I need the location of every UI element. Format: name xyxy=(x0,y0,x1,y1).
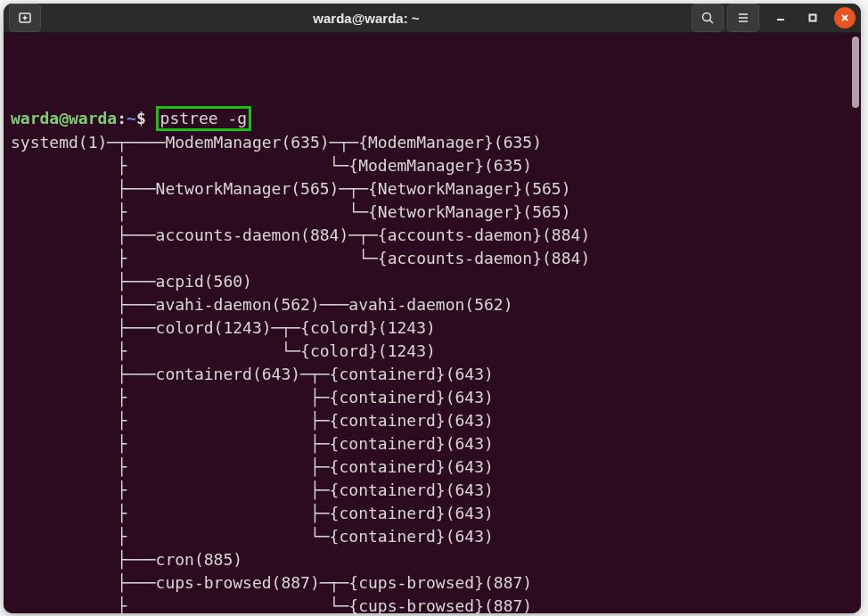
svg-line-4 xyxy=(709,21,713,24)
prompt-path: ~ xyxy=(127,109,136,127)
hamburger-icon xyxy=(736,11,750,25)
search-button[interactable] xyxy=(692,4,724,32)
window-title: warda@warda: ~ xyxy=(313,11,419,26)
menu-button[interactable] xyxy=(727,4,759,32)
command-text: pstree -g xyxy=(160,109,248,127)
close-button[interactable] xyxy=(834,7,856,29)
maximize-button[interactable] xyxy=(802,7,823,29)
new-tab-icon xyxy=(18,11,32,25)
command-highlight: pstree -g xyxy=(156,106,252,131)
close-icon xyxy=(839,12,850,23)
prompt-sep: : xyxy=(117,109,127,127)
scrollbar-thumb[interactable] xyxy=(852,37,859,108)
search-icon xyxy=(700,11,715,25)
titlebar: warda@warda: ~ xyxy=(4,4,861,33)
maximize-icon xyxy=(807,12,818,23)
new-tab-button[interactable] xyxy=(9,4,41,32)
pstree-output: systemd(1)─┬────ModemManager(635)─┬─{Mod… xyxy=(11,133,590,613)
minimize-icon xyxy=(775,12,786,23)
prompt-dollar: $ xyxy=(136,109,146,127)
svg-point-3 xyxy=(702,13,710,21)
terminal-body[interactable]: warda@warda:~$ pstree -g systemd(1)─┬───… xyxy=(4,33,861,613)
prompt-user: warda@warda xyxy=(11,109,117,127)
terminal-window: warda@warda: ~ xyxy=(4,4,861,613)
svg-rect-9 xyxy=(809,15,815,21)
minimize-button[interactable] xyxy=(770,7,791,29)
